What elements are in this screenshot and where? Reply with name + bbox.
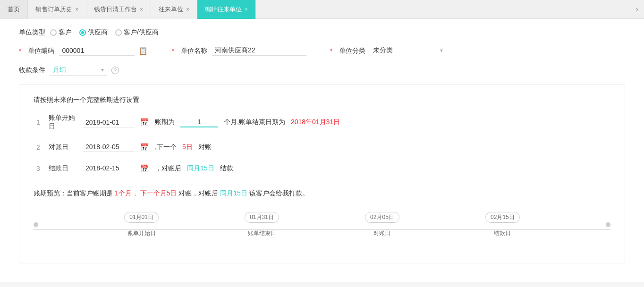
row-type-label-3: 结款日 bbox=[49, 164, 77, 173]
main-content: 单位类型 客户 供应商 客户/供应商 * 单位编码 📋 * 单位名称 bbox=[0, 19, 644, 282]
unit-type-label: 单位类型 bbox=[19, 28, 45, 37]
settings-box: 请按照未来的一个完整帐期进行设置 1 账单开始日 📅 账期为 个月,账单结束日期… bbox=[19, 84, 625, 263]
desc-suffix-2: 对账 bbox=[198, 143, 212, 152]
radio-supplier[interactable]: 供应商 bbox=[79, 28, 108, 37]
unit-category-required-star: * bbox=[330, 47, 332, 55]
timeline-badge-4: 02月15日 bbox=[485, 212, 520, 223]
timeline-badge-1: 01月01日 bbox=[124, 212, 159, 223]
desc-suffix-1: 个月,账单结束日期为 bbox=[224, 118, 285, 127]
desc-prefix-2: ,下一个 bbox=[155, 143, 177, 152]
tab-sales-history-label: 销售订单历史 bbox=[35, 5, 72, 14]
settings-title: 请按照未来的一个完整帐期进行设置 bbox=[34, 96, 610, 104]
tab-home-label: 首页 bbox=[8, 5, 20, 14]
highlight-text-3: 同月15日 bbox=[187, 164, 214, 173]
setting-row-3: 3 结款日 📅 ，对账后 同月15日 结款 bbox=[34, 163, 610, 173]
tab-sales-history[interactable]: 销售订单历史 × bbox=[28, 0, 86, 19]
timeline: 01月01日 账单开始日 01月31日 账单结束日 02月05日 对账日 02月… bbox=[34, 207, 610, 252]
tab-bar: 首页 销售订单历史 × 钱货日清工作台 × 往来单位 × 编辑往来单位 × › bbox=[0, 0, 644, 19]
timeline-label-4: 结款日 bbox=[494, 229, 511, 237]
timeline-badge-2: 01月31日 bbox=[245, 212, 279, 223]
preview-payment: 同月15日 bbox=[220, 189, 247, 197]
row-num-3: 3 bbox=[34, 165, 43, 172]
radio-supplier-label: 供应商 bbox=[88, 28, 108, 37]
unit-type-radio-group: 客户 供应商 客户/供应商 bbox=[50, 28, 159, 37]
timeline-point-4: 02月15日 结款日 bbox=[485, 212, 520, 237]
unit-code-label: 单位编码 bbox=[28, 47, 54, 55]
timeline-dot-left bbox=[34, 222, 38, 227]
timeline-label-2: 账单结束日 bbox=[248, 229, 276, 237]
highlight-date-1: 2018年01月31日 bbox=[291, 118, 340, 127]
desc-suffix-3: 结款 bbox=[220, 164, 233, 173]
tab-counterparty[interactable]: 往来单位 × bbox=[151, 0, 197, 19]
tab-cash-daily-label: 钱货日清工作台 bbox=[94, 5, 137, 14]
unit-fields-row: * 单位编码 📋 * 单位名称 * 单位分类 未分类 ▾ bbox=[19, 45, 625, 56]
unit-name-required-star: * bbox=[171, 47, 174, 55]
timeline-label-1: 账单开始日 bbox=[127, 229, 156, 237]
unit-code-required-star: * bbox=[19, 47, 21, 55]
setting-row-2: 2 对账日 📅 ,下一个 5日 对账 bbox=[34, 142, 610, 152]
timeline-dot-right bbox=[606, 222, 610, 227]
preview-text: 账期预览：当前客户账期是 1个月， 下一个月5日 对账，对账后 同月15日 该客… bbox=[34, 185, 610, 207]
tab-sales-history-close[interactable]: × bbox=[75, 6, 78, 13]
timeline-point-1: 01月01日 账单开始日 bbox=[124, 212, 159, 237]
unit-code-copy-icon[interactable]: 📋 bbox=[138, 46, 148, 55]
payment-terms-value: 月结 bbox=[53, 66, 66, 74]
unit-category-value: 未分类 bbox=[373, 46, 393, 55]
tab-home[interactable]: 首页 bbox=[0, 0, 28, 19]
row-num-2: 2 bbox=[34, 144, 43, 151]
unit-code-field-group: 📋 bbox=[59, 46, 148, 56]
unit-name-label: 单位名称 bbox=[181, 47, 207, 55]
radio-customer-label: 客户 bbox=[59, 28, 72, 37]
desc-prefix-1: 账期为 bbox=[155, 118, 175, 127]
timeline-items: 01月01日 账单开始日 01月31日 账单结束日 02月05日 对账日 02月… bbox=[34, 212, 610, 237]
unit-category-label: 单位分类 bbox=[339, 47, 365, 55]
row-num-1: 1 bbox=[34, 118, 43, 126]
tab-edit-counterparty-close[interactable]: × bbox=[245, 6, 248, 13]
payment-terms-row: 收款条件 月结 ▾ ? bbox=[19, 65, 625, 76]
tab-edit-counterparty[interactable]: 编辑往来单位 × bbox=[197, 0, 256, 19]
calendar-icon-3[interactable]: 📅 bbox=[140, 164, 149, 173]
unit-category-arrow-icon: ▾ bbox=[440, 47, 443, 54]
tab-counterparty-close[interactable]: × bbox=[186, 6, 189, 13]
preview-prefix: 账期预览：当前客户账期是 bbox=[34, 189, 113, 197]
date-input-1[interactable] bbox=[83, 118, 135, 127]
tab-edit-counterparty-label: 编辑往来单位 bbox=[205, 5, 242, 14]
calendar-icon-2[interactable]: 📅 bbox=[140, 143, 149, 152]
date-input-2[interactable] bbox=[83, 142, 135, 152]
timeline-badge-3: 02月05日 bbox=[365, 212, 399, 223]
highlight-text-2: 5日 bbox=[182, 143, 193, 152]
tab-cash-daily[interactable]: 钱货日清工作台 × bbox=[86, 0, 151, 19]
unit-name-field-group bbox=[212, 46, 306, 56]
unit-category-dropdown[interactable]: 未分类 ▾ bbox=[370, 45, 446, 56]
payment-terms-select[interactable]: 月结 ▾ bbox=[50, 65, 107, 76]
preview-reconcile: 下一个月5日 bbox=[140, 189, 177, 197]
row-type-label-1: 账单开始日 bbox=[49, 114, 77, 131]
row-type-label-2: 对账日 bbox=[49, 143, 77, 152]
radio-both-circle bbox=[115, 29, 122, 36]
radio-customer[interactable]: 客户 bbox=[50, 28, 72, 37]
unit-type-row: 单位类型 客户 供应商 客户/供应商 bbox=[19, 28, 625, 37]
desc-prefix-3: ，对账后 bbox=[155, 164, 181, 173]
radio-both-label: 客户/供应商 bbox=[124, 28, 159, 37]
date-input-3[interactable] bbox=[83, 163, 135, 173]
unit-name-input[interactable] bbox=[212, 46, 306, 56]
timeline-label-3: 对账日 bbox=[373, 229, 390, 237]
payment-terms-label: 收款条件 bbox=[19, 66, 45, 75]
unit-code-input[interactable] bbox=[59, 46, 135, 56]
preview-reconcile-suffix: 对账，对账后 bbox=[178, 189, 218, 197]
radio-supplier-circle bbox=[79, 29, 86, 36]
preview-period: 1个月， bbox=[115, 189, 138, 197]
radio-customer-circle bbox=[50, 29, 57, 36]
tab-cash-daily-close[interactable]: × bbox=[140, 6, 143, 13]
tab-more-button[interactable]: › bbox=[630, 0, 644, 19]
timeline-point-3: 02月05日 对账日 bbox=[365, 212, 399, 237]
setting-row-1: 1 账单开始日 📅 账期为 个月,账单结束日期为 2018年01月31日 bbox=[34, 114, 610, 131]
period-input[interactable] bbox=[180, 117, 218, 127]
radio-both[interactable]: 客户/供应商 bbox=[115, 28, 159, 37]
calendar-icon-1[interactable]: 📅 bbox=[140, 118, 149, 127]
payment-terms-help-icon[interactable]: ? bbox=[111, 67, 119, 74]
preview-suffix: 该客户会给我打款。 bbox=[249, 189, 309, 197]
timeline-point-2: 01月31日 账单结束日 bbox=[245, 212, 279, 237]
tab-counterparty-label: 往来单位 bbox=[159, 5, 183, 14]
payment-terms-arrow-icon: ▾ bbox=[101, 67, 104, 73]
